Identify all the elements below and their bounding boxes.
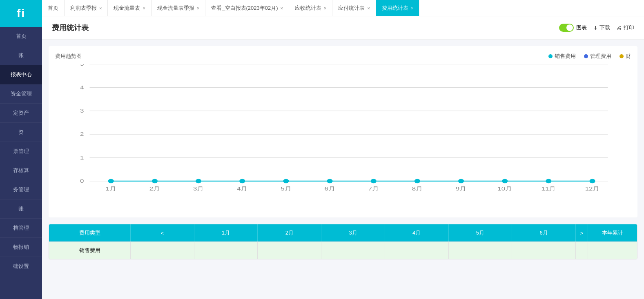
sidebar-item-fixed-assets[interactable]: 定资产 <box>0 104 42 123</box>
tab-blank-report[interactable]: 查看_空白报表(2023年02月) × <box>205 0 289 16</box>
svg-point-35 <box>589 179 595 184</box>
sidebar-item-inventory[interactable]: 存核算 <box>0 161 42 180</box>
sidebar-logo: fi <box>0 0 42 27</box>
tab-cash-flow-label: 现金流量表 <box>114 4 140 12</box>
sidebar-item-home[interactable]: 首页 <box>0 27 42 46</box>
chart-toggle[interactable] <box>559 24 574 32</box>
tab-payable[interactable]: 应付统计表 × <box>332 0 376 16</box>
sidebar-item-service[interactable]: 务管理 <box>0 180 42 199</box>
svg-point-28 <box>283 179 289 184</box>
sidebar-item-assets[interactable]: 资 <box>0 123 42 142</box>
svg-point-32 <box>458 179 464 184</box>
sidebar-item-report-center[interactable]: 报表中心 <box>0 65 42 84</box>
svg-text:2: 2 <box>80 131 84 137</box>
sidebar: fi 首页 账 报表中心 资金管理 定资产 资 票管理 存核算 务管理 账 档管… <box>0 0 42 299</box>
tab-home-label: 首页 <box>48 4 58 12</box>
svg-text:10月: 10月 <box>497 186 512 191</box>
th-nav-prev[interactable]: < <box>131 224 194 241</box>
legend-sales: 销售费用 <box>548 53 576 60</box>
td-type: 销售费用 <box>49 242 131 259</box>
th-ytd: 本年累计 <box>588 224 637 241</box>
th-jun: 6月 <box>512 224 576 241</box>
close-receivable[interactable]: × <box>324 6 326 11</box>
th-type: 费用类型 <box>49 224 131 241</box>
th-feb: 2月 <box>258 224 321 241</box>
legend-sales-dot <box>548 54 553 58</box>
close-cash-flow[interactable]: × <box>143 6 145 11</box>
svg-text:5月: 5月 <box>281 186 291 191</box>
td-nav-spacer2 <box>576 242 588 259</box>
chart-legend: 销售费用 管理费用 财 <box>548 53 631 60</box>
th-mar: 3月 <box>321 224 385 241</box>
chart-area: 费用趋势图 销售费用 管理费用 财 <box>49 46 637 217</box>
page-header: 费用统计表 图表 ⬇ 下载 🖨 打印 <box>42 16 644 40</box>
close-blank-report[interactable]: × <box>281 6 283 11</box>
chart-toggle-label: 图表 <box>576 24 587 31</box>
th-nav-next[interactable]: > <box>576 224 588 241</box>
download-icon: ⬇ <box>593 25 598 31</box>
print-button[interactable]: 🖨 打印 <box>617 24 634 31</box>
svg-point-24 <box>108 179 114 184</box>
sidebar-item-account[interactable]: 账 <box>0 199 42 219</box>
sidebar-item-archive[interactable]: 档管理 <box>0 219 42 238</box>
chart-header: 费用趋势图 销售费用 管理费用 财 <box>55 53 631 60</box>
legend-admin-dot <box>584 54 588 58</box>
sidebar-item-ledger[interactable]: 账 <box>0 46 42 65</box>
tab-receivable[interactable]: 应收统计表 × <box>289 0 332 16</box>
svg-text:5: 5 <box>80 64 84 67</box>
table-header: 费用类型 < 1月 2月 3月 4月 5月 6月 > 本年累计 <box>49 224 637 241</box>
td-apr <box>385 242 449 259</box>
sidebar-item-invoice[interactable]: 票管理 <box>0 142 42 161</box>
svg-text:9月: 9月 <box>456 186 466 191</box>
tab-receivable-label: 应收统计表 <box>295 4 321 12</box>
chart-svg: 0 1 2 3 4 5 1月 2月 3月 4月 5月 6月 7月 8月 9月 <box>55 64 631 203</box>
tab-blank-report-label: 查看_空白报表(2023年02月) <box>211 4 278 12</box>
svg-text:4: 4 <box>80 84 84 90</box>
legend-sales-label: 销售费用 <box>555 53 576 60</box>
th-may: 5月 <box>449 224 513 241</box>
tab-cash-flow[interactable]: 现金流量表 × <box>108 0 151 16</box>
svg-point-31 <box>414 179 420 184</box>
svg-point-25 <box>152 179 158 184</box>
svg-point-30 <box>371 179 377 184</box>
svg-text:3月: 3月 <box>193 186 204 191</box>
th-jan: 1月 <box>194 224 258 241</box>
svg-text:6月: 6月 <box>324 186 335 191</box>
close-payable[interactable]: × <box>367 6 370 11</box>
legend-admin: 管理费用 <box>584 53 611 60</box>
table-area: 费用类型 < 1月 2月 3月 4月 5月 6月 > 本年累计 销售费用 <box>49 224 637 259</box>
tab-profit-quarter[interactable]: 利润表季报 × <box>65 0 108 16</box>
sidebar-item-settings[interactable]: 础设置 <box>0 257 42 276</box>
svg-point-27 <box>239 179 245 184</box>
download-label: 下载 <box>599 24 610 31</box>
print-label: 打印 <box>624 24 634 31</box>
tab-home[interactable]: 首页 <box>42 0 65 16</box>
print-icon: 🖨 <box>617 25 622 31</box>
svg-point-33 <box>502 179 508 184</box>
tab-profit-quarter-label: 利润表季报 <box>70 4 97 12</box>
svg-text:11月: 11月 <box>541 186 556 191</box>
header-actions: 图表 ⬇ 下载 🖨 打印 <box>559 24 634 32</box>
nav-prev-icon[interactable]: < <box>161 230 164 236</box>
close-expense-stats[interactable]: × <box>411 6 413 11</box>
svg-text:7月: 7月 <box>368 186 379 191</box>
svg-text:1: 1 <box>80 155 84 160</box>
legend-finance-dot <box>619 54 624 58</box>
page-title: 费用统计表 <box>52 23 89 33</box>
svg-text:1月: 1月 <box>106 186 116 191</box>
close-cash-flow-quarter[interactable]: × <box>197 6 199 11</box>
close-profit-quarter[interactable]: × <box>99 6 102 11</box>
nav-next-icon[interactable]: > <box>580 230 584 236</box>
svg-text:2月: 2月 <box>149 186 160 191</box>
td-ytd <box>588 242 637 259</box>
download-button[interactable]: ⬇ 下载 <box>593 24 610 31</box>
sidebar-item-sales-return[interactable]: 畅报销 <box>0 238 42 257</box>
td-nav-spacer <box>131 242 194 259</box>
sidebar-item-fund-management[interactable]: 资金管理 <box>0 84 42 104</box>
tab-expense-stats[interactable]: 费用统计表 × <box>376 0 419 16</box>
chart-toggle-wrap: 图表 <box>559 24 587 32</box>
svg-point-26 <box>196 179 201 184</box>
tab-payable-label: 应付统计表 <box>338 4 365 12</box>
tab-cash-flow-quarter[interactable]: 现金流量表季报 × <box>152 0 205 16</box>
tab-bar: 首页 利润表季报 × 现金流量表 × 现金流量表季报 × 查看_空白报表(202… <box>42 0 644 16</box>
